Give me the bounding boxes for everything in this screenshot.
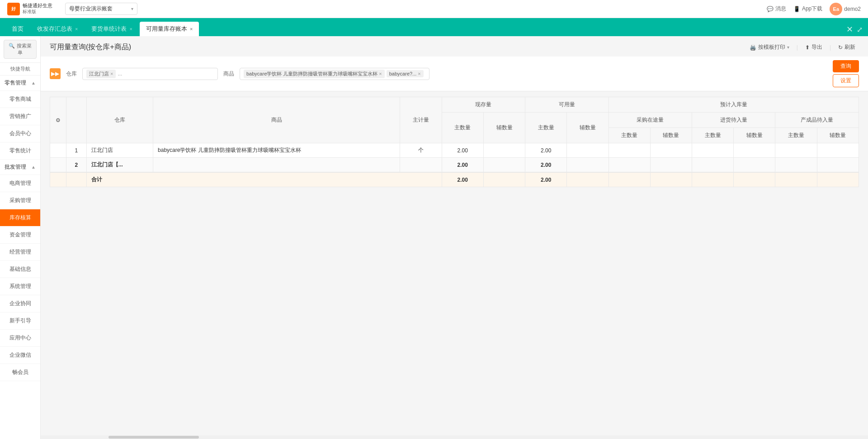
export-btn[interactable]: ⬆ 导出 [802,42,826,53]
print-icon: 🖨️ [750,44,756,51]
user-area[interactable]: Ea demo2 [830,3,861,15]
enterprise-select[interactable]: 母婴行业演示账套 ▾ [65,3,137,15]
filter-area: ▶▶ 仓库 江北门店 × ... 商品 babycare学饮杯 儿童防摔防撞吸管… [41,57,868,91]
warehouse-filter-tags[interactable]: 江北门店 × ... [82,68,218,80]
sidebar-item-finance[interactable]: 资金管理 [0,227,40,244]
sidebar-item-retail-mgmt[interactable]: 零售管理 ▲ [0,76,40,91]
scroll-thumb[interactable] [108,436,199,439]
avatar: Ea [830,3,842,15]
sidebar-item-retail-mall[interactable]: 零售商城 [0,91,40,108]
sidebar-item-wholesale-mgmt[interactable]: 批发管理 ▲ [0,160,40,175]
tab-receiving-summary[interactable]: 收发存汇总表 × [31,22,84,36]
warehouse-more-btn[interactable]: ... [118,71,122,77]
th-purchase-aux: 辅数量 [650,128,692,143]
divider-2: | [830,44,831,51]
cell-avail-main-2: 2.00 [525,158,567,173]
close-tab-order[interactable]: × [129,26,132,32]
footer-avail-main: 2.00 [525,172,567,187]
cell-unit-2 [400,158,442,173]
quick-nav-btn[interactable]: 快捷导航 [0,63,40,76]
th-unit: 主计量 [400,97,442,143]
th-avail-main: 主数量 [525,113,567,143]
cell-purchase-main-1 [609,143,650,158]
filter-toggle-btn[interactable]: ▶▶ [50,68,61,79]
expand-icon[interactable]: ⤢ [857,25,863,34]
cell-purchase-aux-2 [650,158,692,173]
search-menu-btn[interactable]: 🔍 搜索菜单 [4,40,37,59]
sidebar-item-inventory[interactable]: 库存核算 [0,209,40,227]
sidebar-item-guide[interactable]: 新手引导 [0,312,40,330]
page-actions: 🖨️ 按模板打印 ▾ | ⬆ 导出 | ↻ 刷新 [746,42,859,53]
close-all-icon[interactable]: ✕ [846,24,853,34]
sidebar-item-enterprise-wechat[interactable]: 企业微信 [0,347,40,364]
download-btn[interactable]: 📱 App下载 [793,5,822,13]
remove-product-tag-2[interactable]: × [418,71,420,76]
logo-icon: 好 [7,3,20,15]
sidebar-item-retail-stats[interactable]: 零售统计 [0,142,40,160]
th-production-group: 产成品待入量 [775,113,859,128]
data-table: ⚙ 仓库 商品 主计量 现存量 可用量 预计入库量 主数量 辅数量 主数量 [50,97,859,187]
product-label: 商品 [223,70,234,78]
page-title: 可用量查询(按仓库+商品) [50,42,131,52]
cell-avail-main-1: 2.00 [525,143,567,158]
product-filter-tags[interactable]: babycare学饮杯 儿童防摔防撞吸管杯重力球吸嘴杯宝宝水杯 × babyca… [240,68,429,80]
query-button[interactable]: 查询 [833,60,859,72]
tab-home-label: 首页 [12,25,24,33]
sidebar-item-members[interactable]: 会员中心 [0,125,40,142]
tab-available-stock[interactable]: 可用量库存账本 × [140,22,199,36]
th-incoming-main: 主数量 [692,128,734,143]
th-prod-aux: 辅数量 [817,128,859,143]
close-tab-receiving[interactable]: × [75,26,78,32]
footer-row: 合计 2.00 2.00 [50,172,859,187]
tab-home[interactable]: 首页 [5,22,30,36]
download-label: App下载 [802,5,822,13]
page-header: 可用量查询(按仓库+商品) 🖨️ 按模板打印 ▾ | ⬆ 导出 | ↻ 刷新 [41,36,868,57]
cell-avail-aux-1 [567,143,609,158]
logo-text: 畅捷通好生意 [23,3,52,9]
setting-button[interactable]: 设置 [833,74,859,87]
sidebar-item-basic-info[interactable]: 基础信息 [0,261,40,278]
cell-warehouse-2: 江北门店【... [86,158,153,173]
product-tag-2: babycare?... × [387,70,424,77]
sidebar-item-app-center[interactable]: 应用中心 [0,330,40,347]
sidebar-item-marketing[interactable]: 营销推广 [0,108,40,125]
sidebar-item-system[interactable]: 系统管理 [0,278,40,295]
gear-icon[interactable]: ⚙ [56,117,61,123]
cell-gear [50,143,66,158]
cell-incoming-main-2 [692,158,734,173]
print-btn[interactable]: 🖨️ 按模板打印 ▾ [746,42,793,53]
cell-prod-aux-1 [817,143,859,158]
horizontal-scrollbar[interactable] [41,435,868,439]
cell-stock-main-1: 2.00 [442,143,483,158]
content-area: 可用量查询(按仓库+商品) 🖨️ 按模板打印 ▾ | ⬆ 导出 | ↻ 刷新 [41,36,868,439]
cell-warehouse-1: 江北门店 [86,143,153,158]
th-incoming-aux: 辅数量 [734,128,775,143]
chevron-down-icon: ▾ [131,6,133,11]
footer-avail-aux [567,172,609,187]
cell-incoming-main-1 [692,143,734,158]
sidebar-item-enterprise-collab[interactable]: 企业协同 [0,295,40,312]
th-forecast-group: 预计入库量 [609,97,859,113]
sidebar-item-member-service[interactable]: 畅会员 [0,364,40,381]
th-index [66,97,87,143]
refresh-btn[interactable]: ↻ 刷新 [835,42,859,53]
cell-index-1: 1 [66,143,87,158]
message-btn[interactable]: 💬 消息 [767,5,786,13]
cell-incoming-aux-2 [734,158,775,173]
close-tab-available[interactable]: × [190,26,193,32]
footer-purchase-main [609,172,650,187]
sidebar-item-operations[interactable]: 经营管理 [0,244,40,261]
th-product: 商品 [153,97,400,143]
export-icon: ⬆ [805,44,810,51]
th-stock-main: 主数量 [442,113,483,143]
sidebar-item-ecommerce[interactable]: 电商管理 [0,175,40,192]
footer-stock-main: 2.00 [442,172,483,187]
footer-label: 合计 [86,172,442,187]
remove-warehouse-tag[interactable]: × [110,71,113,76]
sidebar-item-purchase[interactable]: 采购管理 [0,192,40,209]
cell-prod-main-2 [775,158,817,173]
table-row: 2 江北门店【... 2.00 2.00 [50,158,859,173]
remove-product-tag-1[interactable]: × [379,71,382,76]
tab-order-stats[interactable]: 要货单统计表 × [85,22,138,36]
divider-1: | [797,44,798,51]
